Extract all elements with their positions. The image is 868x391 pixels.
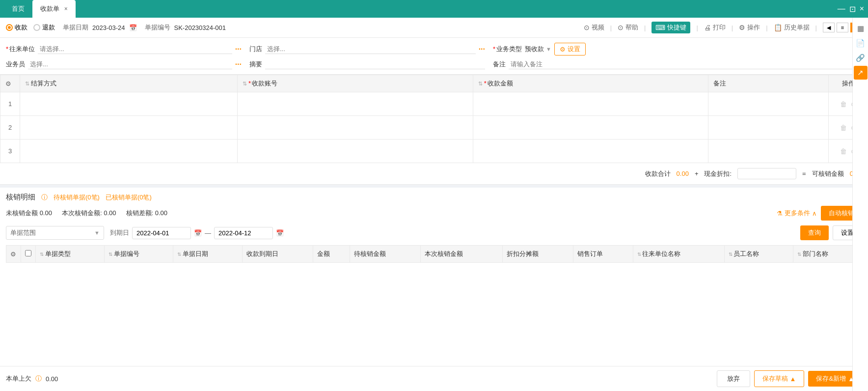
remark-cell[interactable] [708, 92, 829, 116]
staff-field: 业务员 ··· [6, 59, 242, 69]
window-close-icon[interactable]: × [860, 4, 864, 13]
radio-refund[interactable]: 退款 [33, 23, 55, 32]
radio-receive-dot [6, 24, 13, 31]
col-bill-date: 单据日期 [173, 246, 242, 263]
verify-section: 核销明细 ⓘ 待核销单据(0笔) 已核销单据(0笔) 未核销金额 0.00 本次… [0, 185, 868, 366]
select-all-checkbox[interactable] [25, 250, 31, 256]
tab-home[interactable]: 首页 [4, 0, 32, 18]
delete-icon[interactable]: 🗑 [840, 100, 847, 108]
date-from-input[interactable] [132, 227, 191, 239]
bottom-table-section: ⚙ 单据类型 单据编号 单据日期 [6, 245, 862, 263]
query-button[interactable]: 查询 [800, 225, 829, 240]
settlement-cell[interactable] [20, 92, 238, 116]
staff-input[interactable] [28, 59, 232, 69]
account-cell[interactable] [237, 116, 473, 140]
staff-more-btn[interactable]: ··· [235, 60, 242, 69]
settings-button[interactable]: ⚙ 设置 [554, 43, 586, 56]
radio-refund-dot [33, 24, 40, 31]
delete-icon[interactable]: 🗑 [840, 124, 847, 132]
video-icon: ⊙ [584, 24, 590, 31]
tab-close-icon[interactable]: × [64, 5, 68, 12]
sidebar-link-icon[interactable]: 🔗 [854, 51, 868, 65]
help-btn[interactable]: ⊙ 帮助 [618, 23, 638, 32]
sidebar-expand-icon[interactable]: ↗ [854, 66, 868, 80]
abandon-button[interactable]: 放弃 [717, 370, 750, 387]
verify-info-icon[interactable]: ⓘ [41, 193, 48, 202]
summary-row: 收款合计 0.00 + 现金折扣: = 可核销金额 0.00 [0, 163, 868, 185]
right-sidebar: ▦ 📄 🔗 ↗ [852, 18, 868, 391]
pending-tab[interactable]: 待核销单据(0笔) [54, 193, 100, 202]
col-bill-number: 单据编号 [105, 246, 173, 263]
footer-info-icon[interactable]: ⓘ [35, 374, 42, 383]
history-btn[interactable]: 📋 历史单据 [774, 23, 810, 32]
date-info: 单据日期 2023-03-24 📅 [63, 23, 137, 32]
col-remark: 备注 [708, 75, 829, 92]
customer-field: *往来单位 ··· [6, 44, 242, 54]
footer-actions: 放弃 保存草稿 ▲ 保存&新增 ▲ [717, 370, 862, 387]
list-icon[interactable]: ≡ [837, 23, 848, 32]
col-discount: 折扣分摊额 [503, 246, 573, 263]
remark-cell[interactable] [708, 116, 829, 140]
receipt-table: ⚙ 结算方式 *收款账号 *收款金额 备注 操作 [0, 75, 868, 163]
account-cell[interactable] [237, 140, 473, 163]
table-row: 1 🗑 ⊕ [0, 92, 868, 116]
scope-arrow-icon: ▼ [94, 230, 100, 236]
calendar-icon[interactable]: 📅 [129, 24, 137, 31]
done-tab[interactable]: 已核销单据(0笔) [106, 193, 152, 202]
col-staff: 员工名称 [724, 246, 793, 263]
window-restore-icon[interactable]: ⊡ [849, 4, 856, 14]
amount-cell[interactable] [473, 92, 708, 116]
calendar-from-icon[interactable]: 📅 [194, 229, 202, 237]
discount-input[interactable] [737, 168, 796, 179]
account-cell[interactable] [237, 92, 473, 116]
shortcut-btn[interactable]: ⌨ 快捷键 [651, 22, 690, 33]
calendar-to-icon[interactable]: 📅 [276, 229, 284, 237]
tab-bar: 首页 收款单 × — ⊡ × [0, 0, 868, 18]
shop-input[interactable] [265, 44, 476, 54]
filter-icon: ⚗ [777, 210, 783, 217]
operation-icon: ⚙ [739, 24, 745, 31]
amount-cell[interactable] [473, 116, 708, 140]
table-settings-icon2[interactable]: ⚙ [10, 251, 16, 258]
delete-icon[interactable]: 🗑 [840, 147, 847, 155]
summary-input[interactable] [265, 59, 485, 69]
settlement-cell[interactable] [20, 140, 238, 163]
save-draft-button[interactable]: 保存草稿 ▲ [754, 370, 805, 387]
sidebar-doc-icon[interactable]: 📄 [854, 36, 868, 50]
receipt-type-radio: 收款 退款 [6, 23, 55, 32]
table-row: 2 🗑 ⊕ [0, 116, 868, 140]
date-to-input[interactable] [214, 227, 273, 239]
customer-input[interactable] [38, 44, 232, 54]
biz-type-select[interactable]: 预收款 ▼ [525, 45, 551, 54]
amount-cell[interactable] [473, 140, 708, 163]
chevron-up-icon: ∧ [812, 210, 817, 217]
remark-input[interactable] [509, 59, 862, 69]
diff-stat: 核销差额: 0.00 [126, 209, 168, 218]
table-settings-icon[interactable]: ⚙ [5, 80, 11, 87]
print-icon: 🖨 [704, 24, 711, 31]
verify-stats: 未核销金额 0.00 本次核销金额: 0.00 核销差额: 0.00 ⚗ 更多条… [6, 206, 862, 221]
radio-receive[interactable]: 收款 [6, 23, 27, 32]
table-row: 3 🗑 ⊕ [0, 140, 868, 163]
shop-more-btn[interactable]: ··· [479, 45, 485, 54]
customer-more-btn[interactable]: ··· [235, 45, 242, 54]
settlement-cell[interactable] [20, 116, 238, 140]
scope-select[interactable]: 单据范围 ▼ [6, 226, 104, 240]
video-btn[interactable]: ⊙ 视频 [584, 23, 604, 32]
print-btn[interactable]: 🖨 打印 [704, 23, 726, 32]
prev-icon[interactable]: ◀ [823, 23, 835, 32]
number-info: 单据编号 SK-20230324-001 [145, 23, 226, 32]
receipt-table-section: ⚙ 结算方式 *收款账号 *收款金额 备注 操作 [0, 75, 868, 163]
tab-receipt[interactable]: 收款单 × [32, 0, 76, 18]
sidebar-table-icon[interactable]: ▦ [854, 22, 868, 35]
form-row-2: 业务员 ··· 摘要 备注 [6, 59, 862, 69]
more-conditions-btn[interactable]: ⚗ 更多条件 ∧ [777, 209, 817, 218]
toolbar: 收款 退款 单据日期 2023-03-24 📅 单据编号 SK-20230324… [0, 18, 868, 38]
footer-info: 本单上欠 ⓘ 0.00 [6, 374, 58, 383]
window-min-icon[interactable]: — [838, 4, 845, 13]
date-range: 到期日 📅 — 📅 [110, 227, 284, 239]
operation-btn[interactable]: ⚙ 操作 [739, 23, 760, 32]
col-settlement: 结算方式 [20, 75, 238, 92]
col-account: *收款账号 [237, 75, 473, 92]
remark-cell[interactable] [708, 140, 829, 163]
